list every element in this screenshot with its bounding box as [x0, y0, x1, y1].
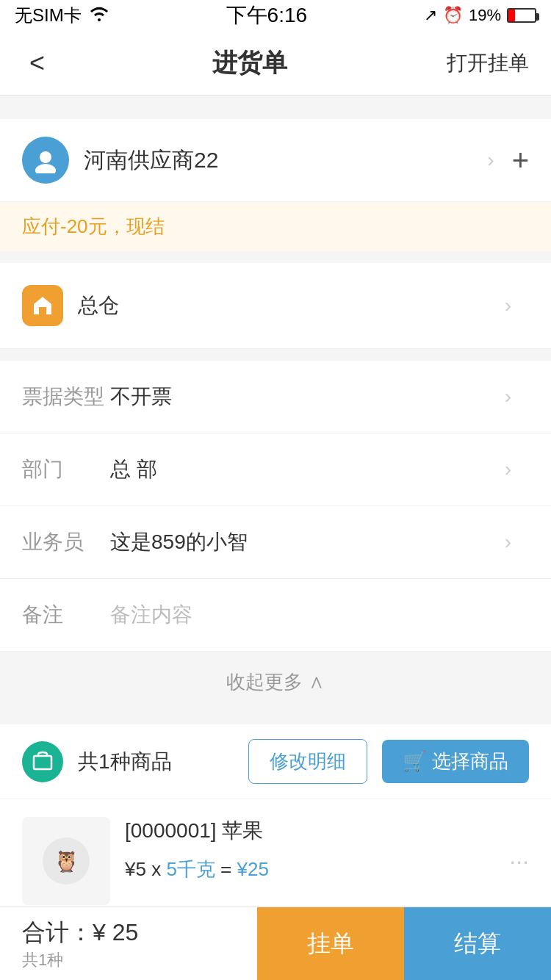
total-label: 合计：	[22, 919, 93, 945]
remark-value[interactable]: 备注内容	[110, 601, 529, 629]
total-amount: 合计：¥ 25	[22, 917, 257, 949]
svg-point-1	[35, 164, 56, 173]
supplier-section: 河南供应商22 › + 应付-20元，现结	[0, 119, 551, 251]
ticket-type-value: 不开票	[110, 383, 505, 411]
salesperson-label: 业务员	[22, 528, 110, 556]
svg-rect-3	[34, 756, 51, 769]
status-time: 下午6:16	[226, 1, 308, 29]
bottom-total: 合计：¥ 25 共1种	[0, 907, 257, 980]
products-header: 共1种商品 修改明细 🛒 选择商品	[0, 724, 551, 799]
total-count: 共1种	[22, 949, 257, 971]
product-name: [0000001] 苹果	[125, 817, 494, 845]
product-thumbnail: 🦉	[22, 817, 110, 905]
warehouse-name: 总仓	[78, 292, 505, 320]
supplier-name: 河南供应商22	[84, 145, 487, 176]
warehouse-row[interactable]: 总仓 ›	[0, 263, 551, 349]
checkout-button[interactable]: 结算	[404, 907, 551, 980]
battery-percent: 19%	[469, 6, 501, 25]
products-count: 共1种商品	[78, 748, 234, 776]
department-chevron: ›	[505, 458, 511, 481]
product-title: 苹果	[222, 819, 263, 842]
product-code: [0000001]	[125, 819, 217, 842]
add-supplier-button[interactable]: +	[512, 144, 529, 177]
spacer-products	[0, 713, 551, 724]
hang-button[interactable]: 挂单	[257, 907, 404, 980]
cart-icon: 🛒	[403, 750, 426, 773]
ticket-type-row[interactable]: 票据类型 不开票 ›	[0, 361, 551, 433]
ticket-type-label: 票据类型	[22, 383, 110, 411]
department-value: 总 部	[110, 455, 505, 483]
warehouse-section: 总仓 ›	[0, 263, 551, 349]
notice-bar: 应付-20元，现结	[0, 202, 551, 251]
supplier-row[interactable]: 河南供应商22 › +	[0, 119, 551, 202]
page-title: 进货单	[212, 46, 287, 80]
form-section: 票据类型 不开票 › 部门 总 部 › 业务员 这是859的小智 › 备注 备注…	[0, 361, 551, 652]
select-product-button[interactable]: 🛒 选择商品	[382, 740, 529, 783]
carrier-text: 无SIM卡	[15, 4, 82, 27]
product-total: ¥25	[237, 858, 269, 880]
nav-bar: < 进货单 打开挂单	[0, 31, 551, 96]
svg-text:🦉: 🦉	[54, 849, 79, 873]
status-left: 无SIM卡	[15, 4, 109, 27]
bottom-bar: 合计：¥ 25 共1种 挂单 结算	[0, 907, 551, 980]
product-info: [0000001] 苹果 ¥5 x 5千克 = ¥25	[125, 817, 494, 882]
supplier-chevron-icon: ›	[487, 148, 494, 172]
department-label: 部门	[22, 455, 110, 483]
products-icon	[22, 741, 63, 782]
alarm-icon: ⏰	[443, 6, 463, 25]
ticket-type-chevron: ›	[505, 385, 511, 408]
salesperson-chevron: ›	[505, 530, 511, 554]
svg-rect-2	[39, 307, 46, 314]
battery-icon	[507, 8, 536, 23]
spacer-top	[0, 96, 551, 107]
wifi-icon	[89, 5, 109, 26]
svg-point-0	[40, 151, 51, 163]
location-icon: ↗	[424, 6, 437, 25]
product-unit-price: ¥5	[125, 858, 146, 880]
department-row[interactable]: 部门 总 部 ›	[0, 433, 551, 506]
salesperson-row[interactable]: 业务员 这是859的小智 ›	[0, 506, 551, 579]
collapse-button[interactable]: 收起更多 ∧	[0, 652, 551, 713]
remark-row[interactable]: 备注 备注内容	[0, 579, 551, 652]
open-hang-button[interactable]: 打开挂单	[447, 49, 529, 77]
warehouse-chevron-icon: ›	[505, 294, 511, 317]
salesperson-value: 这是859的小智	[110, 528, 505, 556]
total-value: ¥ 25	[93, 919, 138, 945]
product-equals: =	[220, 858, 237, 880]
product-more-button[interactable]: ···	[509, 848, 529, 875]
edit-detail-button[interactable]: 修改明细	[248, 739, 367, 784]
product-quantity: 5千克	[166, 858, 215, 880]
warehouse-icon	[22, 285, 63, 326]
remark-label: 备注	[22, 601, 110, 629]
back-button[interactable]: <	[22, 40, 52, 86]
product-price-row: ¥5 x 5千克 = ¥25	[125, 857, 494, 882]
product-multiply: x	[151, 858, 166, 880]
product-item: 🦉 [0000001] 苹果 ¥5 x 5千克 = ¥25 ···	[0, 799, 551, 923]
status-bar: 无SIM卡 下午6:16 ↗ ⏰ 19%	[0, 0, 551, 31]
supplier-avatar	[22, 137, 69, 184]
status-right: ↗ ⏰ 19%	[424, 6, 536, 25]
